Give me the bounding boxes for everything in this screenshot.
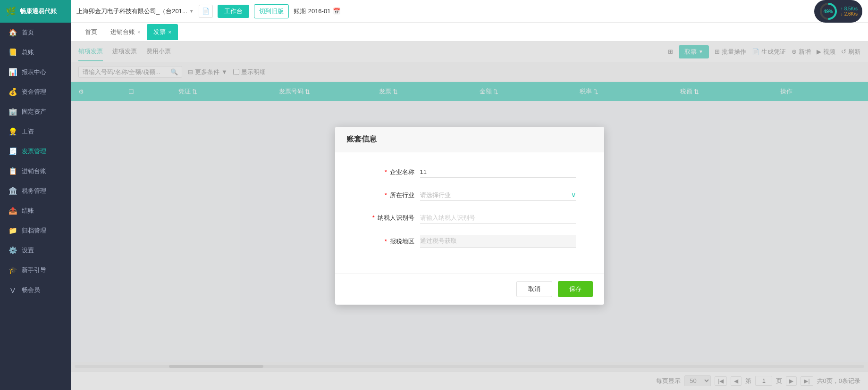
company-selector[interactable]: 上海卯金刀电子科技有限公司_（台201... ▼ xyxy=(76,7,194,16)
sidebar-item-assets[interactable]: 🏢 固定资产 xyxy=(0,102,71,122)
topbar-right: 49% ↑ 8.5K/s ↓ 2.6K/s xyxy=(814,0,862,23)
workbench-button[interactable]: 工作台 xyxy=(218,5,249,18)
sidebar-item-sales[interactable]: 📋 进销台账 xyxy=(0,161,71,181)
closing-icon: 📤 xyxy=(8,207,17,215)
modal-title: 账套信息 xyxy=(335,127,604,152)
tab-home-label: 首页 xyxy=(85,28,97,36)
company-name: 上海卯金刀电子科技有限公司_（台201... xyxy=(76,7,187,16)
period-label: 账期 xyxy=(294,7,306,16)
document-button[interactable]: 📄 xyxy=(199,5,213,18)
tab-invoice-close[interactable]: × xyxy=(168,29,171,35)
period-value: 2016-01 xyxy=(308,8,331,15)
account-info-modal: 账套信息 * 企业名称 * xyxy=(335,127,604,305)
finance-icon: 💰 xyxy=(8,88,17,96)
tax-icon: 🏛️ xyxy=(8,187,17,195)
sidebar-item-home[interactable]: 🏠 首页 xyxy=(0,23,71,42)
sidebar-item-vip[interactable]: V 畅会员 xyxy=(0,280,71,300)
network-percent: 49% xyxy=(824,8,833,14)
industry-label: * 所在行业 xyxy=(363,191,420,199)
tab-sales-ledger-close[interactable]: × xyxy=(137,29,140,35)
company-dropdown-icon: ▼ xyxy=(189,8,194,14)
tab-bar: 首页 进销台账 × 发票 × xyxy=(71,23,868,41)
sidebar-item-guide[interactable]: 🎓 新手引导 xyxy=(0,260,71,280)
tax-id-row: * 纳税人识别号 xyxy=(363,212,576,224)
industry-select[interactable]: 请选择行业 xyxy=(420,191,571,199)
tab-invoice-label: 发票 xyxy=(153,28,166,36)
ledger-icon: 📒 xyxy=(8,48,17,57)
period-display: 账期 2016-01 📅 xyxy=(294,7,341,16)
old-version-button[interactable]: 切到旧版 xyxy=(254,4,289,18)
network-speeds: ↑ 8.5K/s ↓ 2.6K/s xyxy=(841,6,858,17)
tab-invoice[interactable]: 发票 × xyxy=(147,24,177,40)
save-button[interactable]: 保存 xyxy=(558,281,593,297)
tax-region-display: 通过税号获取 xyxy=(420,235,576,248)
modal-wrapper: 账套信息 * 企业名称 * xyxy=(71,41,868,390)
tax-id-label: * 纳税人识别号 xyxy=(363,214,420,222)
payroll-icon: 👷 xyxy=(8,127,17,136)
sidebar-item-settings[interactable]: ⚙️ 设置 xyxy=(0,241,71,260)
tax-region-label: * 报税地区 xyxy=(363,237,420,246)
sales-icon: 📋 xyxy=(8,167,17,175)
sidebar-item-closing[interactable]: 📤 结账 xyxy=(0,201,71,221)
cancel-button[interactable]: 取消 xyxy=(516,281,552,297)
content-area: 销项发票 进项发票 费用小票 ⊞ 取票 ▼ ⊞ 批量操作 xyxy=(71,41,868,390)
company-name-input[interactable] xyxy=(420,166,576,178)
vip-icon: V xyxy=(8,286,17,294)
sidebar-item-invoice[interactable]: 🧾 发票管理 xyxy=(0,141,71,161)
sidebar: 🌿 畅康通易代账 🏠 首页 📒 总账 📊 报表中心 💰 资金管理 🏢 固定资产 … xyxy=(0,0,71,390)
sidebar-item-reports[interactable]: 📊 报表中心 xyxy=(0,62,71,82)
invoice-icon: 🧾 xyxy=(8,147,17,156)
topbar: 上海卯金刀电子科技有限公司_（台201... ▼ 📄 工作台 切到旧版 账期 2… xyxy=(71,0,868,23)
sidebar-header: 🌿 畅康通易代账 xyxy=(0,0,71,23)
sidebar-item-tax[interactable]: 🏛️ 税务管理 xyxy=(0,181,71,201)
assets-icon: 🏢 xyxy=(8,108,17,116)
app-logo-icon: 🌿 xyxy=(6,6,16,17)
company-name-row: * 企业名称 xyxy=(363,166,576,178)
tab-sales-ledger[interactable]: 进销台账 × xyxy=(104,24,147,40)
tax-region-row: * 报税地区 通过税号获取 xyxy=(363,235,576,248)
reports-icon: 📊 xyxy=(8,68,17,76)
tax-id-input[interactable] xyxy=(420,212,576,224)
sidebar-item-finance[interactable]: 💰 资金管理 xyxy=(0,82,71,102)
download-speed: ↓ 2.6K/s xyxy=(841,11,858,17)
sidebar-item-payroll[interactable]: 👷 工资 xyxy=(0,122,71,141)
upload-speed: ↑ 8.5K/s xyxy=(841,6,858,11)
settings-icon: ⚙️ xyxy=(8,246,17,255)
app-title: 畅康通易代账 xyxy=(20,7,57,16)
modal-body: * 企业名称 * 所在行业 xyxy=(335,152,604,273)
sidebar-item-archive[interactable]: 📁 归档管理 xyxy=(0,221,71,241)
main-area: 上海卯金刀电子科技有限公司_（台201... ▼ 📄 工作台 切到旧版 账期 2… xyxy=(71,0,868,390)
modal-footer: 取消 保存 xyxy=(335,273,604,305)
home-icon: 🏠 xyxy=(8,28,17,37)
archive-icon: 📁 xyxy=(8,226,17,235)
sidebar-item-ledger[interactable]: 📒 总账 xyxy=(0,42,71,62)
company-name-label: * 企业名称 xyxy=(363,168,420,176)
industry-dropdown-icon: ∨ xyxy=(571,191,576,199)
tab-sales-ledger-label: 进销台账 xyxy=(110,28,135,36)
industry-select-wrap: 请选择行业 ∨ xyxy=(420,189,576,201)
calendar-icon[interactable]: 📅 xyxy=(333,8,340,15)
guide-icon: 🎓 xyxy=(8,266,17,274)
industry-row: * 所在行业 请选择行业 ∨ xyxy=(363,189,576,201)
tab-home[interactable]: 首页 xyxy=(78,24,104,40)
